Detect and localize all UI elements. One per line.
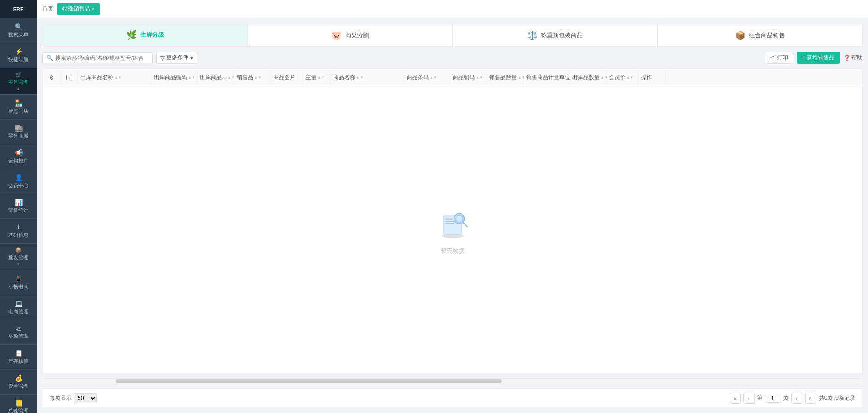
sort-icon[interactable]: ▲▼	[254, 76, 261, 80]
th-sku: 商品编码 ▲▼	[450, 69, 487, 86]
cat-tab-combo[interactable]: 📦 组合商品销售	[658, 24, 862, 46]
page-size-selector: 每页显示 50 10 20 100	[50, 393, 97, 403]
app-logo: ERP	[0, 0, 37, 18]
th-name: 商品名称 ▲▼	[330, 69, 404, 86]
sidebar-item-purchase-mgmt[interactable]: 🛍 采购管理	[0, 320, 37, 345]
page-number-input[interactable]	[765, 394, 781, 403]
cat-tab-fresh[interactable]: 🌿 生鲜分级	[43, 24, 248, 46]
search-box[interactable]: 🔍	[42, 52, 153, 63]
close-tab-icon[interactable]: ×	[92, 6, 95, 11]
home-tab[interactable]: 首页	[42, 5, 53, 13]
sidebar-item-basic-info[interactable]: ℹ 基础信息	[0, 219, 37, 244]
filter-arrow-icon: ▾	[190, 55, 193, 61]
filter-icon: ▽	[160, 55, 165, 61]
print-label: 打印	[777, 54, 788, 62]
sidebar-item-search-menu[interactable]: 🔍 搜索菜单	[0, 18, 37, 43]
cat-tab-combo-label: 组合商品销售	[749, 31, 785, 40]
help-button[interactable]: ❓ 帮助	[844, 54, 862, 62]
general-ledger-icon: 📒	[15, 399, 23, 407]
sort-icon[interactable]: ▲▼	[318, 76, 325, 80]
scroll-thumb[interactable]	[116, 379, 502, 383]
inventory-icon: 📋	[15, 350, 23, 357]
content-area: 🌿 生鲜分级 🐷 肉类分割 ⚖️ 称重预包装商品 📦 组合商品销售 🔍	[37, 18, 868, 413]
page-label-prefix: 第	[757, 394, 763, 402]
svg-point-0	[442, 234, 464, 238]
sidebar-item-wholesale-mgmt[interactable]: 📦 批发管理 ▼	[0, 244, 37, 270]
category-tabs: 🌿 生鲜分级 🐷 肉类分割 ⚖️ 称重预包装商品 📦 组合商品销售	[42, 24, 862, 47]
empty-state: 暂无数据	[43, 86, 862, 373]
prev-page-button[interactable]: ‹	[743, 393, 755, 404]
weight-icon: ⚖️	[527, 30, 537, 40]
th-ops: 操作	[638, 69, 666, 86]
sidebar-item-finance[interactable]: 💰 资金管理	[0, 370, 37, 395]
print-button[interactable]: 🖨 打印	[765, 52, 793, 64]
pagination-bar: 每页显示 50 10 20 100 « ‹ 第 页 › » 共0页	[42, 388, 862, 407]
sort-icon[interactable]: ▲▼	[356, 76, 363, 80]
empty-state-icon	[434, 205, 471, 241]
th-checkbox[interactable]	[61, 69, 78, 86]
sidebar: ERP 🔍 搜索菜单 ⚡ 快捷导航 🛒 零售管理 ▲ 🏪 智慧门店 🏬 零售商城…	[0, 0, 37, 413]
last-page-button[interactable]: »	[805, 393, 816, 404]
th-out-qty: 出库品数量 ▲▼	[569, 69, 606, 86]
sidebar-item-retail-mgmt[interactable]: 🛒 零售管理 ▲	[0, 68, 37, 95]
quick-nav-icon: ⚡	[15, 48, 23, 55]
ecom-mgmt-icon: 💻	[15, 300, 23, 307]
svg-point-7	[456, 215, 462, 222]
basic-info-icon: ℹ	[17, 224, 20, 231]
search-input[interactable]	[55, 55, 147, 61]
sidebar-item-label: 营销推广	[8, 157, 28, 164]
chevron-down-icon: ▼	[17, 262, 20, 266]
sidebar-item-ecom-mgmt[interactable]: 💻 电商管理	[0, 295, 37, 320]
print-icon: 🖨	[770, 55, 775, 61]
sort-icon[interactable]: ▲▼	[476, 76, 483, 80]
select-all-checkbox[interactable]	[66, 75, 72, 80]
sidebar-item-label: 库存核算	[8, 358, 28, 365]
sidebar-item-inventory[interactable]: 📋 库存核算	[0, 345, 37, 370]
total-records-label: 0条记录	[835, 394, 855, 402]
cat-tab-weight[interactable]: ⚖️ 称重预包装商品	[453, 24, 658, 46]
sidebar-item-smart-store[interactable]: 🏪 智慧门店	[0, 95, 37, 120]
next-page-button[interactable]: ›	[791, 393, 802, 404]
sidebar-item-label: 会员中心	[8, 182, 28, 189]
sidebar-item-general-ledger[interactable]: 📒 总账管理	[0, 395, 37, 413]
help-label: 帮助	[851, 54, 862, 62]
filter-label: 更多条件	[166, 54, 188, 62]
sidebar-item-label: 搜索菜单	[8, 31, 28, 38]
sidebar-item-label: 小畅电商	[8, 283, 28, 290]
mini-ecom-icon: 📱	[15, 275, 23, 282]
page-size-select[interactable]: 50 10 20 100	[74, 393, 97, 403]
th-barcode: 商品条码 ▲▼	[404, 69, 450, 86]
sidebar-item-member[interactable]: 👤 会员中心	[0, 169, 37, 194]
sort-icon[interactable]: ▲▼	[114, 76, 122, 80]
first-page-button[interactable]: «	[730, 393, 741, 404]
empty-state-text: 暂无数据	[441, 247, 465, 255]
page-size-label: 每页显示	[50, 394, 72, 402]
sort-icon[interactable]: ▲▼	[626, 76, 634, 80]
sidebar-item-mini-ecom[interactable]: 📱 小畅电商	[0, 270, 37, 295]
sidebar-item-retail-stats[interactable]: 📊 零售统计	[0, 194, 37, 219]
sort-icon[interactable]: ▲▼	[430, 76, 437, 80]
help-icon: ❓	[844, 55, 851, 61]
active-tab[interactable]: 特殊销售品 ×	[57, 3, 100, 15]
search-icon: 🔍	[46, 55, 53, 61]
sidebar-item-quick-nav[interactable]: ⚡ 快捷导航	[0, 43, 37, 68]
filter-button[interactable]: ▽ 更多条件 ▾	[156, 52, 197, 64]
sort-icon[interactable]: ▲▼	[188, 76, 195, 80]
page-input-area: 第 页	[757, 394, 789, 403]
retail-stats-icon: 📊	[15, 199, 23, 206]
th-settings[interactable]: ⚙	[43, 69, 61, 86]
cat-tab-meat[interactable]: 🐷 肉类分割	[248, 24, 453, 46]
chevron-down-icon: ▲	[17, 86, 20, 91]
meat-icon: 🐷	[331, 30, 341, 40]
sidebar-item-label: 智慧门店	[8, 108, 28, 115]
smart-store-icon: 🏪	[15, 99, 23, 107]
sidebar-item-marketing[interactable]: 📢 营销推广	[0, 144, 37, 169]
sidebar-item-label: 快捷导航	[8, 56, 28, 63]
sidebar-item-label: 基础信息	[8, 232, 28, 239]
add-sale-item-button[interactable]: + 新增销售品	[797, 52, 840, 64]
sidebar-item-retail-mall[interactable]: 🏬 零售商城	[0, 120, 37, 144]
main-area: 首页 特殊销售品 × 🌿 生鲜分级 🐷 肉类分割 ⚖️ 称重预包装商品 📦 组合…	[37, 0, 868, 413]
settings-col-icon: ⚙	[49, 75, 54, 81]
data-table: ⚙ 出库商品名称 ▲▼ 出库商品编码 ▲▼ 出库商品... ▲▼	[42, 69, 862, 373]
horizontal-scrollbar[interactable]	[42, 378, 862, 384]
